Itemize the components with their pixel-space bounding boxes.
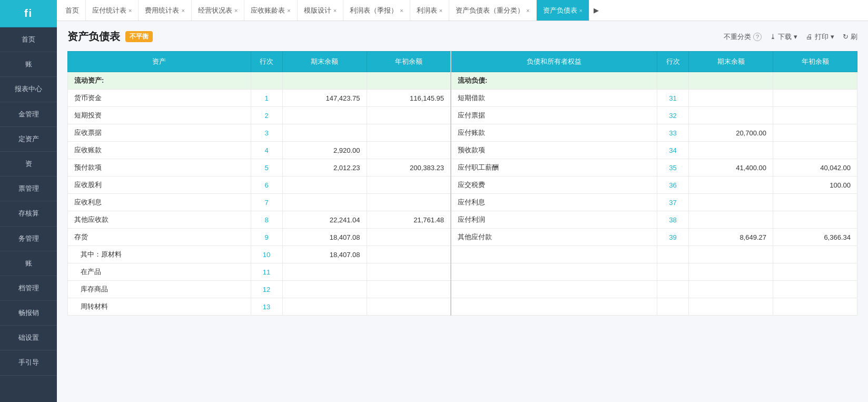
tab-close-balance[interactable]: ×	[579, 7, 583, 14]
sidebar-item-ledger[interactable]: 账	[0, 251, 57, 276]
page-title: 资产负债表	[67, 30, 120, 44]
content-area: 资产负债表 不平衡 不重分类 ? ⤓ 下载 ▾ 🖨 打印 ▾	[57, 21, 868, 402]
cell-asset[interactable]: 库存商品	[68, 281, 251, 298]
cell-asset[interactable]: 周转材料	[68, 298, 251, 316]
cell-period-end	[282, 263, 367, 281]
cell-period-end[interactable]: 22,241.04	[282, 211, 367, 229]
cell-period-end2[interactable]: 41,400.00	[689, 159, 773, 177]
cell-asset[interactable]: 短期投资	[68, 107, 251, 124]
cell-asset[interactable]: 应收利息	[68, 194, 251, 211]
tab-close-ar-aging[interactable]: ×	[287, 7, 290, 14]
tab-profit[interactable]: 利润表 ×	[410, 0, 449, 21]
cell-asset[interactable]: 货币资金	[68, 90, 251, 107]
sidebar-item-reports[interactable]: 报表中心	[0, 77, 57, 102]
cell-liability[interactable]: 应付利息	[451, 194, 657, 211]
tab-expense-stats[interactable]: 费用统计表 ×	[139, 0, 191, 21]
cell-asset[interactable]: 在产品	[68, 263, 251, 281]
tab-close-profit-quarterly[interactable]: ×	[400, 7, 403, 14]
cell-liability	[451, 281, 657, 298]
sidebar-logo: fi	[0, 0, 57, 27]
cell-period-end[interactable]: 18,407.08	[282, 229, 367, 246]
cell-asset[interactable]: 其他应收款	[68, 211, 251, 229]
cell-period-end[interactable]: 2,920.00	[282, 142, 367, 159]
cell-row-num: 10	[251, 246, 282, 263]
sidebar-item-settings[interactable]: 础设置	[0, 326, 57, 350]
tab-template[interactable]: 模版设计 ×	[298, 0, 343, 21]
sidebar-item-capital[interactable]: 资	[0, 152, 57, 177]
cell-liability[interactable]: 应付票据	[451, 107, 657, 124]
cell-liability[interactable]: 应交税费	[451, 177, 657, 194]
cell-year-start[interactable]: 200,383.23	[367, 159, 451, 177]
cell-year-start[interactable]: 116,145.95	[367, 90, 451, 107]
header-asset: 资产	[68, 52, 251, 72]
tab-close-operation[interactable]: ×	[234, 7, 238, 14]
cell-row-num2: 36	[657, 177, 689, 194]
sidebar-item-bills[interactable]: 票管理	[0, 177, 57, 201]
tab-ar-aging[interactable]: 应收账龄表 ×	[244, 0, 297, 21]
cell-year-start2[interactable]: 40,042.00	[773, 159, 857, 177]
sidebar-item-account[interactable]: 账	[0, 52, 57, 77]
cell-period-end[interactable]: 18,407.08	[282, 246, 367, 263]
sidebar-item-cashm[interactable]: 金管理	[0, 102, 57, 127]
tab-close-template[interactable]: ×	[333, 7, 337, 14]
cell-year-start2[interactable]: 100.00	[773, 177, 857, 194]
help-icon[interactable]: ?	[753, 33, 762, 41]
cell-asset[interactable]: 应收票据	[68, 124, 251, 142]
no-reclassify-toggle[interactable]: 不重分类 ?	[724, 32, 762, 42]
table-row: 在产品 11	[68, 263, 857, 281]
cell-liability[interactable]: 应付账款	[451, 124, 657, 142]
cell-year-start	[367, 124, 451, 142]
cell-liability	[451, 263, 657, 281]
cell-asset[interactable]: 其中：原材料	[68, 246, 251, 263]
header-row-num2: 行次	[657, 52, 689, 72]
tab-close-profit[interactable]: ×	[439, 7, 442, 14]
cell-row-num: 9	[251, 229, 282, 246]
sidebar-item-fixedassets[interactable]: 定资产	[0, 127, 57, 152]
tab-payable-stats[interactable]: 应付统计表 ×	[86, 0, 139, 21]
tab-home[interactable]: 首页	[59, 0, 86, 21]
cell-year-start2[interactable]: 6,366.34	[773, 229, 857, 246]
sidebar-item-inventory[interactable]: 存核算	[0, 201, 57, 226]
sidebar-item-务management[interactable]: 务管理	[0, 227, 57, 251]
table-row: 其他应收款 8 22,241.04 21,761.48 应付利润 38	[68, 211, 857, 229]
cell-liability[interactable]: 预收款项	[451, 142, 657, 159]
cell-year-start2	[773, 298, 857, 316]
tab-operation[interactable]: 经营状况表 ×	[192, 0, 244, 21]
cell-period-end[interactable]: 147,423.75	[282, 90, 367, 107]
cell-row-num2	[657, 263, 689, 281]
sidebar-item-home[interactable]: 首页	[0, 27, 57, 52]
tab-close-expense-stats[interactable]: ×	[181, 7, 184, 14]
cell-period-end2[interactable]: 8,649.27	[689, 229, 773, 246]
cell-asset[interactable]: 存货	[68, 229, 251, 246]
cell-asset[interactable]: 预付款项	[68, 159, 251, 177]
tab-balance[interactable]: 资产负债表 ×	[537, 0, 589, 21]
cell-liability[interactable]: 其他应付款	[451, 229, 657, 246]
cell-year-start	[367, 177, 451, 194]
cell-liability[interactable]: 流动负债:	[451, 72, 657, 90]
cell-liability[interactable]: 应付利润	[451, 211, 657, 229]
cell-asset[interactable]: 应收账款	[68, 142, 251, 159]
cell-liability[interactable]: 短期借款	[451, 90, 657, 107]
cell-row-num2: 31	[657, 90, 689, 107]
cell-year-start2	[773, 211, 857, 229]
cell-row-num2: 37	[657, 194, 689, 211]
report-table: 资产 行次 期末余额 年初余额 负债和所有者权益 行次 期末余额 年初余额 流动…	[67, 51, 857, 316]
tab-balance-reclassify[interactable]: 资产负债表（重分类） ×	[449, 0, 536, 21]
tab-profit-quarterly[interactable]: 利润表（季报） ×	[343, 0, 410, 21]
tab-close-payable-stats[interactable]: ×	[129, 7, 132, 14]
download-button[interactable]: ⤓ 下载 ▾	[770, 32, 797, 42]
cell-row-num: 3	[251, 124, 282, 142]
cell-liability[interactable]: 应付职工薪酬	[451, 159, 657, 177]
cell-asset[interactable]: 应收股利	[68, 177, 251, 194]
sidebar-item-guide[interactable]: 手引导	[0, 350, 57, 375]
sidebar-item-expense[interactable]: 畅报销	[0, 301, 57, 326]
sidebar-item-archive[interactable]: 档管理	[0, 276, 57, 301]
refresh-button[interactable]: ↻ 刷	[843, 32, 857, 42]
cell-year-start[interactable]: 21,761.48	[367, 211, 451, 229]
print-button[interactable]: 🖨 打印 ▾	[806, 32, 834, 42]
tab-scroll-right[interactable]: ▶	[589, 0, 603, 21]
tab-close-balance-reclassify[interactable]: ×	[526, 7, 529, 14]
cell-period-end[interactable]: 2,012.23	[282, 159, 367, 177]
cell-year-start	[367, 72, 451, 90]
cell-period-end2[interactable]: 20,700.00	[689, 124, 773, 142]
